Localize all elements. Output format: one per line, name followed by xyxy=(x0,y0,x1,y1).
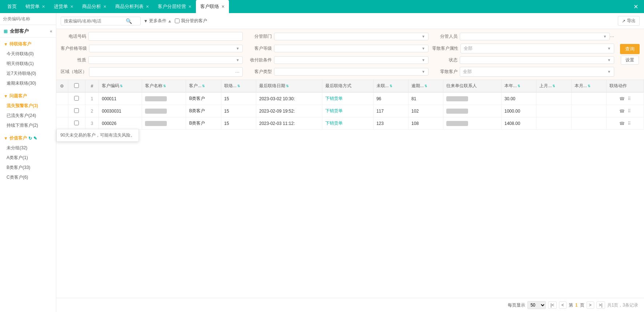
tab-customer-tier[interactable]: 客户分层经营 ✕ xyxy=(153,0,196,13)
sidebar-item-tomorrow[interactable]: 明天待联络(1) xyxy=(0,59,56,69)
col-code-header[interactable]: 客户编码 ⇅ xyxy=(99,80,142,92)
sidebar-item-churned[interactable]: 已流失客户(24) xyxy=(0,111,56,121)
filter-status-select[interactable]: ▼ xyxy=(460,56,614,64)
row-contact-icon[interactable]: ☎ xyxy=(619,96,625,101)
sort-name[interactable]: 客户名称 ⇅ xyxy=(145,83,166,89)
filter-region-select[interactable]: ··· xyxy=(89,67,243,77)
sidebar-group-problem-title[interactable]: ▼ 问题客户 xyxy=(0,91,56,101)
sidebar-group-value-title[interactable]: ▼ 价值客户 ↻ ✎ xyxy=(0,133,56,143)
close-customer-tier-tab[interactable]: ✕ xyxy=(188,4,192,9)
tab-home[interactable]: 首页 xyxy=(3,0,21,13)
row-more-icon[interactable]: ⠿ xyxy=(628,121,631,126)
sidebar-item-class-b[interactable]: B类客户(33) xyxy=(0,163,56,173)
toolbar-search-input[interactable] xyxy=(64,19,126,24)
row-contact-icon[interactable]: ☎ xyxy=(619,121,625,126)
tab-analysis-list[interactable]: 商品分析列表 ✕ xyxy=(111,0,153,13)
col-type-header[interactable]: 客户... ⇅ xyxy=(186,80,221,92)
sort-this-year[interactable]: 本年... ⇅ xyxy=(504,83,520,89)
filter-dept-select[interactable]: ▼ xyxy=(274,33,428,40)
close-analysis-list-tab[interactable]: ✕ xyxy=(146,4,149,9)
row-more-icon[interactable]: ⠿ xyxy=(628,109,631,114)
sidebar-item-declining[interactable]: 持续下滑客户(2) xyxy=(0,121,56,130)
sidebar-all-customers[interactable]: ⊞ 全部客户 « xyxy=(0,25,56,38)
sort-overdue[interactable]: 逾期... ⇅ xyxy=(411,83,427,89)
filter-payment-select[interactable]: ▼ xyxy=(274,56,428,64)
tab-purchase[interactable]: 进货单 ✕ xyxy=(49,0,78,13)
col-settings-header[interactable]: ⚙ xyxy=(56,80,68,92)
sidebar-search-input[interactable] xyxy=(3,16,56,21)
row-select-checkbox[interactable] xyxy=(74,96,79,101)
col-contact-header[interactable]: 联络... ⇅ xyxy=(221,80,256,92)
edit-icon[interactable]: ✎ xyxy=(33,136,37,141)
per-page-select[interactable]: 50 100 200 xyxy=(527,301,546,309)
row-select-checkbox[interactable] xyxy=(74,108,79,113)
sidebar-item-overdue[interactable]: 逾期未联络(30) xyxy=(0,78,56,88)
first-page-btn[interactable]: |< xyxy=(548,301,557,309)
filter-retail-attr-select[interactable]: 全部 ▼ xyxy=(460,44,614,53)
filter-price-level-select[interactable]: ▼ xyxy=(89,45,243,52)
col-name-header[interactable]: 客户名称 ⇅ xyxy=(142,80,186,92)
row-actions[interactable]: ☎ ⠿ xyxy=(607,105,644,117)
query-button[interactable]: 查询 xyxy=(620,44,640,54)
row-checkbox[interactable] xyxy=(68,92,85,105)
filter-nature-select[interactable]: ▼ xyxy=(88,56,243,64)
col-uncontacted-header[interactable]: 未联... ⇅ xyxy=(373,80,408,92)
row-actions[interactable]: ☎ ⠿ xyxy=(607,117,644,130)
filter-manager-select[interactable]: ▼ xyxy=(460,33,610,40)
sidebar-item-churn-warning[interactable]: 流失预警客户(3) xyxy=(0,101,56,111)
filter-phone-input[interactable] xyxy=(88,32,243,41)
sidebar-item-today[interactable]: 今天待联络(0) xyxy=(0,49,56,59)
sort-uncontacted[interactable]: 未联... ⇅ xyxy=(377,83,393,89)
row-actions[interactable]: ☎ ⠿ xyxy=(607,92,644,105)
sidebar-collapse-btn[interactable]: « xyxy=(50,29,52,34)
sidebar-item-unclassified[interactable]: 未分组(32) xyxy=(0,143,56,153)
prev-page-btn[interactable]: < xyxy=(559,301,567,309)
col-last-month-header[interactable]: 上月... ⇅ xyxy=(536,80,571,92)
sidebar-item-7days[interactable]: 近7天待联络(0) xyxy=(0,69,56,78)
sidebar-group-pending-title[interactable]: ▼ 待联络客户 xyxy=(0,39,56,49)
row-more-icon[interactable]: ⠿ xyxy=(628,96,631,101)
filter-customer-level-select[interactable]: ▼ xyxy=(274,45,428,52)
filter-customer-type-select[interactable]: ▼ xyxy=(274,68,428,76)
close-sales-tab[interactable]: ✕ xyxy=(42,4,45,9)
sort-this-month[interactable]: 本月... ⇅ xyxy=(575,83,591,89)
col-this-year-header[interactable]: 本年... ⇅ xyxy=(502,80,536,92)
toolbar-search-icon[interactable]: 🔍 xyxy=(126,18,132,24)
last-page-btn[interactable]: >| xyxy=(596,301,605,309)
sidebar-item-class-a[interactable]: A类客户(1) xyxy=(0,153,56,163)
col-checkbox-header[interactable] xyxy=(68,80,85,92)
next-page-btn[interactable]: > xyxy=(587,301,594,309)
row-last-method[interactable]: 下销货单 xyxy=(322,92,374,105)
close-customer-link-tab[interactable]: ✕ xyxy=(221,4,225,9)
close-purchase-tab[interactable]: ✕ xyxy=(70,4,73,9)
settings-button[interactable]: 设置 xyxy=(621,56,639,65)
row-contact-icon[interactable]: ☎ xyxy=(619,109,625,114)
row-select-checkbox[interactable] xyxy=(74,121,79,125)
tab-customer-link[interactable]: 客户联络 ✕ xyxy=(196,0,229,13)
sidebar-item-class-c[interactable]: C类客户(6) xyxy=(0,173,56,182)
sort-contact[interactable]: 联络... ⇅ xyxy=(224,83,240,89)
row-checkbox[interactable] xyxy=(68,105,85,117)
sort-last-date[interactable]: 最后联络日期 ⇅ xyxy=(259,83,289,89)
filter-manager-dots[interactable]: ··· xyxy=(610,33,614,39)
sort-code[interactable]: 客户编码 ⇅ xyxy=(102,83,123,89)
col-last-contact-date-header[interactable]: 最后联络日期 ⇅ xyxy=(256,80,322,92)
refresh-icon[interactable]: ↻ xyxy=(28,136,32,141)
my-customers-checkbox[interactable] xyxy=(175,19,180,23)
sort-type[interactable]: 客户... ⇅ xyxy=(189,83,205,89)
more-conditions-btn[interactable]: ▼ 更多条件 ▲ xyxy=(144,18,172,24)
col-this-month-header[interactable]: 本月... ⇅ xyxy=(571,80,606,92)
row-last-method[interactable]: 下销货单 xyxy=(322,105,374,117)
filter-region-dots[interactable]: ··· xyxy=(235,69,240,75)
filter-retail-customer-select[interactable]: 全部 ▼ xyxy=(460,67,614,77)
select-all-checkbox[interactable] xyxy=(74,83,79,88)
row-last-method[interactable]: 下销货单 xyxy=(322,117,374,130)
tab-analysis[interactable]: 商品分析 ✕ xyxy=(78,0,111,13)
close-all-tabs[interactable]: ✕ xyxy=(631,3,641,10)
export-button[interactable]: ↗ 导出 xyxy=(618,16,640,26)
tab-sales[interactable]: 销货单 ✕ xyxy=(21,0,49,13)
sort-last-month[interactable]: 上月... ⇅ xyxy=(539,83,555,89)
col-overdue-header[interactable]: 逾期... ⇅ xyxy=(408,80,443,92)
row-checkbox[interactable] xyxy=(68,117,85,130)
close-analysis-tab[interactable]: ✕ xyxy=(103,4,106,9)
